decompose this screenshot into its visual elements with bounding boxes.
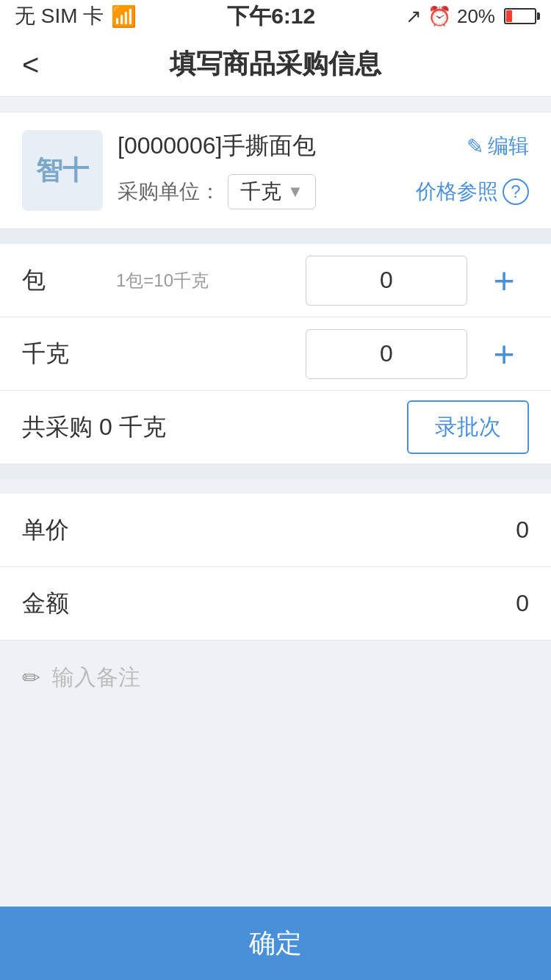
product-info: [0000006]手撕面包 ✎ 编辑 采购单位： 千克 ▼ 价格参照 ?	[118, 130, 529, 209]
alarm-icon: ⏰	[428, 5, 451, 28]
product-logo: 智十	[36, 153, 89, 189]
input-section: 包 1包=10千克 + 千克 +	[0, 244, 551, 391]
price-ref-label: 价格参照	[416, 178, 498, 206]
back-button[interactable]: <	[22, 43, 46, 87]
edit-icon: ✎	[467, 134, 483, 159]
product-unit-row: 采购单位： 千克 ▼ 价格参照 ?	[118, 174, 529, 209]
product-thumbnail: 智十	[22, 130, 103, 211]
price-reference-button[interactable]: 价格参照 ?	[416, 178, 529, 206]
bag-label: 包	[22, 264, 110, 297]
battery-percent: 20%	[457, 5, 495, 28]
status-bar: 无 SIM 卡 📶 下午6:12 ↗ ⏰ 20%	[0, 0, 551, 32]
unit-value: 千克	[240, 178, 281, 206]
amount-value: 0	[516, 590, 529, 617]
battery-fill	[506, 10, 512, 22]
chevron-down-icon: ▼	[287, 182, 303, 201]
edit-label: 编辑	[488, 132, 529, 160]
unit-price-label: 单价	[22, 514, 69, 547]
status-right: ↗ ⏰ 20%	[406, 5, 536, 28]
record-batch-button[interactable]: 录批次	[407, 400, 529, 454]
amount-row: 金额 0	[0, 567, 551, 641]
kg-input-wrap: +	[110, 329, 529, 379]
status-time: 下午6:12	[227, 1, 315, 32]
wifi-icon: 📶	[111, 4, 137, 29]
bag-input-wrap: +	[209, 256, 529, 306]
kg-plus-button[interactable]: +	[479, 329, 529, 379]
unit-price-row: 单价 0	[0, 494, 551, 567]
amount-label: 金额	[22, 588, 69, 620]
section-divider-1	[0, 229, 551, 244]
confirm-button-label: 确定	[249, 926, 302, 962]
product-title-row: [0000006]手撕面包 ✎ 编辑	[118, 130, 529, 162]
nav-bar: < 填写商品采购信息	[0, 32, 551, 97]
section-divider-2	[0, 464, 551, 479]
total-label: 共采购 0 千克	[22, 411, 166, 444]
edit-button[interactable]: ✎ 编辑	[467, 132, 529, 160]
help-icon: ?	[503, 179, 529, 205]
bag-sublabel: 1包=10千克	[116, 269, 209, 292]
unit-label: 采购单位：	[118, 178, 220, 206]
sim-status: 无 SIM 卡	[15, 2, 104, 30]
page-title: 填写商品采购信息	[170, 46, 381, 82]
remark-placeholder: 输入备注	[52, 663, 140, 693]
bag-plus-button[interactable]: +	[479, 256, 529, 306]
remark-section[interactable]: ✏ 输入备注	[0, 641, 551, 715]
product-name: [0000006]手撕面包	[118, 130, 316, 162]
status-left: 无 SIM 卡 📶	[15, 2, 137, 30]
pencil-icon: ✏	[22, 665, 40, 691]
price-info-section: 单价 0 金额 0	[0, 494, 551, 641]
bottom-space	[0, 715, 551, 935]
unit-select[interactable]: 千克 ▼	[228, 174, 316, 209]
kg-input-row: 千克 +	[0, 317, 551, 391]
battery-icon	[504, 8, 536, 24]
kg-label: 千克	[22, 338, 110, 370]
bag-input-row: 包 1包=10千克 +	[0, 244, 551, 317]
product-card: 智十 [0000006]手撕面包 ✎ 编辑 采购单位： 千克 ▼ 价格参照 ?	[0, 112, 551, 229]
total-row: 共采购 0 千克 录批次	[0, 391, 551, 464]
confirm-bar[interactable]: 确定	[0, 907, 551, 980]
location-icon: ↗	[406, 5, 422, 28]
unit-price-value: 0	[516, 516, 529, 544]
kg-quantity-input[interactable]	[306, 329, 467, 379]
bag-quantity-input[interactable]	[306, 256, 467, 306]
